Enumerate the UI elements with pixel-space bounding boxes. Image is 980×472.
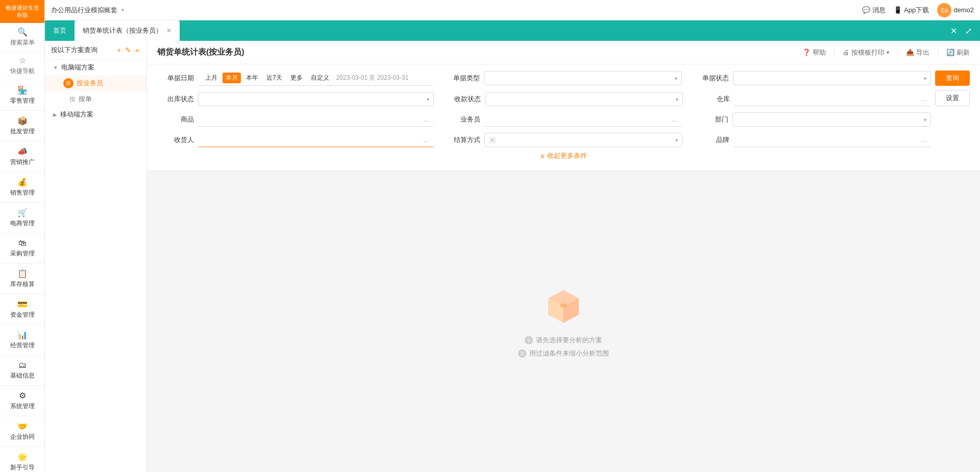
collapse-panel-btn[interactable]: « [134,45,140,55]
sidebar-item-marketing[interactable]: 📣 营销推广 [0,141,44,172]
tabbar: 首页 销货单统计表（按业务员） ✕ ✕ ⤢ [45,20,980,41]
sidebar-shortcuts[interactable]: ☆ 快捷导航 [0,52,44,80]
department-select[interactable]: ▾ [732,112,931,127]
sidebar-item-wholesale[interactable]: 📦 批发管理 [0,111,44,141]
export-icon: 📤 [906,49,914,56]
print-btn[interactable]: 🖨 按模板打印 ▾ [843,48,889,57]
refresh-icon: 🔄 [946,49,954,56]
export-btn[interactable]: 📤 导出 [906,48,929,57]
tree-sub-order-label: 按单 [79,95,92,104]
out-status-label: 出库状态 [157,95,198,104]
page-header: 销货单统计表(按业务员) ❓ 帮助 🖨 按模板打印 ▾ 📤 [147,41,980,64]
tree-sub-order[interactable]: 按 按单 [45,91,146,107]
brand-field[interactable]: … [733,133,931,147]
topbar-left: 办公用品行业模拟账套 ▾ [51,6,124,15]
consignee-label: 收货人 [157,135,198,145]
avatar-text: Ea [941,7,948,13]
filter-row-4: 收货人 … 结算方式 × ▾ 品牌 [157,133,931,147]
date-label: 单据日期 [157,74,198,83]
brand-dots[interactable]: … [921,136,927,144]
salesman-label: 业务员 [444,115,484,124]
receive-status-label: 收款状态 [444,95,485,104]
tabbar-actions: ✕ ⤢ [948,24,980,38]
sidebar-item-basic[interactable]: 🗂 基础信息 [0,356,44,386]
tab-sales-stat[interactable]: 销货单统计表（按业务员） ✕ [75,20,180,41]
consignee-field[interactable]: … [198,133,433,147]
date-tab-lastmonth[interactable]: 上月 [202,73,220,83]
warehouse-field[interactable]: … [734,92,931,106]
product-dots[interactable]: … [423,116,429,123]
edit-scheme-btn[interactable]: ✎ [124,45,132,55]
tree-expand-icon: ▼ [53,65,58,70]
sidebar-item-operations[interactable]: 📊 经营管理 [0,325,44,356]
settlement-select[interactable]: × ▾ [484,133,683,147]
sidebar-item-retail[interactable]: 🏪 零售管理 [0,80,44,111]
query-button[interactable]: 查询 [935,70,970,86]
page-actions: ❓ 帮助 🖨 按模板打印 ▾ 📤 导出 [802,48,970,63]
date-tab-thisyear[interactable]: 本年 [243,73,261,83]
hint2-num: ② [518,349,526,358]
receive-status-select[interactable]: ▾ [485,92,683,106]
sidebar-item-finance-label: 资金管理 [10,311,35,319]
consignee-dots[interactable]: … [423,136,429,144]
download-icon: 📱 [894,6,902,14]
bill-type-label: 单据类型 [443,74,484,83]
close-tab-btn[interactable]: ✕ [948,24,959,38]
tree-mobile-scheme[interactable]: ▶ 移动端方案 [45,107,146,122]
date-tab-7days[interactable]: 近7天 [263,73,285,83]
settlement-label: 结算方式 [444,135,484,145]
left-panel-actions: + ✎ « [116,45,140,55]
user-avatar-btn[interactable]: Ea demo2 [937,3,974,17]
bill-status-select[interactable]: ▾ [733,71,931,85]
date-tab-thismonth[interactable]: 本月 [223,73,241,83]
tree-pc-scheme-label: 电脑端方案 [61,63,94,72]
message-btn[interactable]: 💬 消息 [862,6,886,15]
sidebar-search[interactable]: 🔍 搜索菜单 [0,23,44,52]
empty-hint-2: ② 用过滤条件来缩小分析范围 [518,349,609,358]
tab-close-icon[interactable]: ✕ [166,27,172,34]
refresh-btn[interactable]: 🔄 刷新 [946,48,970,57]
tree-mobile-scheme-label: 移动端方案 [60,110,93,119]
hint2-text: 用过滤条件来缩小分析范围 [529,349,609,358]
salesman-scheme-icon: 按 [63,78,74,88]
product-field[interactable]: … [198,112,433,127]
workspace-dropdown-icon[interactable]: ▾ [121,7,124,13]
tree-child-salesman[interactable]: 按 按业务员 [45,75,146,91]
add-scheme-btn[interactable]: + [116,45,122,55]
expand-tab-btn[interactable]: ⤢ [963,24,974,38]
sidebar-item-purchase[interactable]: 🛍 采购管理 [0,233,44,264]
sidebar-item-sales[interactable]: 💰 销售管理 [0,172,44,203]
sidebar-item-ecommerce[interactable]: 🛒 电商管理 [0,203,44,233]
bill-status-arrow-icon: ▾ [924,76,926,81]
help-icon: ❓ [802,49,811,56]
warehouse-dots[interactable]: … [921,96,927,103]
bill-type-select[interactable]: ▾ [484,71,682,85]
app-download-btn[interactable]: 📱 App下载 [894,6,929,15]
settlement-tag-close[interactable]: × [491,137,494,143]
sidebar-item-inventory[interactable]: 📋 库存核算 [0,264,44,294]
reset-button[interactable]: 设置 [935,90,970,106]
tree-pc-scheme[interactable]: ▼ 电脑端方案 [45,60,146,75]
tab-home[interactable]: 首页 [45,20,75,41]
sidebar-item-system[interactable]: ⚙ 系统管理 [0,386,44,416]
print-dropdown-icon[interactable]: ▾ [887,50,889,55]
sidebar-item-newbie[interactable]: 🌟 新手引导 [0,447,44,472]
collapse-filters-btn[interactable]: ∧ 收起更多条件 [157,147,970,164]
ecommerce-icon: 🛒 [17,208,28,218]
out-status-select[interactable]: ▾ [198,92,434,106]
filter-row-3: 商品 … 业务员 … 部门 ▾ [157,112,931,127]
sidebar-item-enterprise[interactable]: 🤝 企业协同 [0,416,44,447]
app-logo-text: 畅捷通好生意标版 [6,4,39,19]
salesman-field[interactable]: … [484,112,682,127]
salesman-dots[interactable]: … [671,116,677,123]
sidebar-item-finance[interactable]: 💳 资金管理 [0,294,44,325]
help-btn[interactable]: ❓ 帮助 [802,48,826,57]
print-label: 按模板打印 [851,48,885,57]
sidebar-item-wholesale-label: 批发管理 [10,127,35,136]
right-panel: 销货单统计表(按业务员) ❓ 帮助 🖨 按模板打印 ▾ 📤 [147,41,980,472]
date-tab-custom[interactable]: 自定义 [308,73,332,83]
date-tab-more[interactable]: 更多 [287,73,306,83]
sidebar-item-marketing-label: 营销推广 [10,158,35,167]
app-download-label: App下载 [904,6,929,15]
main-area: 办公用品行业模拟账套 ▾ 💬 消息 📱 App下载 Ea demo2 首页 [45,0,980,472]
